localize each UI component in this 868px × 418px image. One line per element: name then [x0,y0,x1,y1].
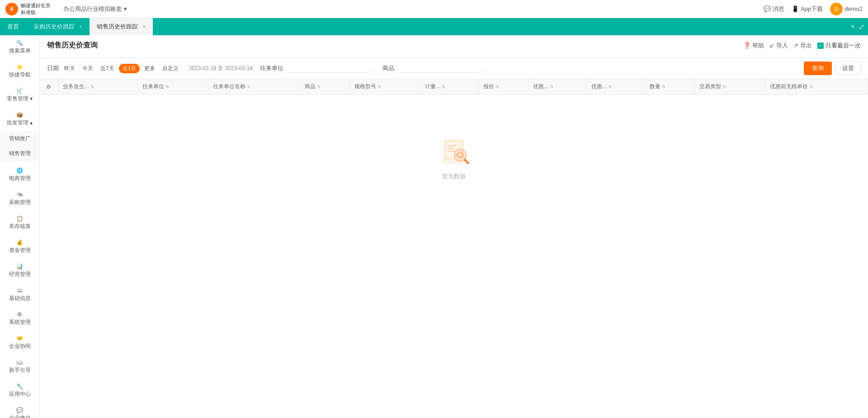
only-last-checkbox[interactable]: 只看最后一次 [817,42,861,50]
th-discount1[interactable]: 优惠...⇅ [528,79,586,95]
tab-bar-right: × ⤢ [851,23,868,31]
logo-area: 6 畅捷通好生意 标准版 [5,2,51,15]
sidebar-item-finance[interactable]: 💰 资金管理 [0,235,39,259]
sidebar-item-wechat[interactable]: 💬 企业微信 [0,403,39,418]
export-label: 导出 [800,42,812,50]
user-name: demo2 [844,5,863,12]
export-button[interactable]: ↗ 导出 [793,42,812,50]
goods-dots-icon[interactable]: ... [481,65,486,72]
logo-line2: 标准版 [21,9,51,15]
tab-home[interactable]: 首页 [0,18,26,35]
sidebar-item-system[interactable]: ⚙ 系统管理 [0,307,39,331]
message-button[interactable]: 💬 消息 [764,5,784,13]
help-button[interactable]: ❓ 帮助 [743,42,764,50]
sidebar-item-operations[interactable]: 📊 经营管理 [0,259,39,283]
source-dots-icon[interactable]: ... [370,65,375,72]
page-actions: ❓ 帮助 ↙ 导入 ↗ 导出 只看最后一次 [743,42,861,50]
sidebar-apps-label: 应用中心 [9,390,31,398]
page-header: 销售历史价查询 ❓ 帮助 ↙ 导入 ↗ 导出 [40,35,868,58]
sidebar-item-guide[interactable]: 📖 新手引导 [0,355,39,379]
window-maximize-button[interactable]: ⤢ [859,23,864,31]
query-button[interactable]: 查询 [804,62,832,75]
guide-icon: 📖 [16,359,23,366]
nav-icon: ⭐ [16,64,23,70]
sidebar-retail-label: 零售管理 ▾ [7,95,33,103]
date-btn-today[interactable]: 今天 [80,64,96,73]
th-gear[interactable]: ⚙ [40,79,58,95]
date-btn-yesterday[interactable]: 昨天 [61,64,78,73]
source-filter-group: 往来单位 ... [260,64,375,73]
page-title: 销售历史价查询 [47,41,98,50]
empty-icon [436,131,472,167]
tab-sales-history[interactable]: 销售历史价跟踪 × [90,18,153,35]
goods-filter-group: 商品 ... [382,64,486,73]
sidebar-item-sales-mgmt[interactable]: 销售管理 [0,146,39,161]
th-pre-tax-price[interactable]: 优惠前无税单价⇅ [765,79,868,95]
goods-input[interactable] [397,64,478,73]
tab1-close-icon[interactable]: × [79,24,82,30]
help-icon: ❓ [743,42,750,49]
sidebar-item-enterprise[interactable]: 🤝 企业协同 [0,331,39,355]
date-btn-more[interactable]: 更多 [142,64,158,73]
app-download-button[interactable]: 📱 App下载 [792,5,823,13]
source-input[interactable] [286,64,368,73]
th-goods[interactable]: 商品⇅ [300,79,350,95]
retail-icon: 🛒 [16,88,23,94]
table-container: ⚙ 业务发生...⇅ 往来单位⇅ 往来单位名称⇅ 商品⇅ 规格型号⇅ 计量...… [40,79,868,418]
svg-rect-8 [448,145,457,146]
home-label: 首页 [7,23,19,31]
purchase-icon: 🛍 [17,191,23,198]
th-discount2[interactable]: 优惠...⇅ [587,79,645,95]
search-icon: 🔍 [16,40,23,46]
th-unit[interactable]: 计量...⇅ [420,79,479,95]
import-label: 导入 [776,42,788,50]
main-layout: 🔍 搜索菜单 ⭐ 快捷导航 🛒 零售管理 ▾ 📦 批发管理 ▴ 营销推广 销售管… [0,35,868,418]
date-btn-1month[interactable]: 近1月 [119,64,140,73]
sidebar-item-base-info[interactable]: 🗂 基础信息 [0,283,39,307]
sidebar-marketing-label: 营销推广 [9,135,31,142]
empty-state: 暂无数据 [40,95,868,217]
sidebar-baseinfo-label: 基础信息 [9,294,31,302]
sidebar-item-ecommerce[interactable]: 🌐 电商管理 [0,163,39,187]
th-biz-date[interactable]: 业务发生...⇅ [58,79,137,95]
th-unit-code[interactable]: 往来单位⇅ [137,79,208,95]
user-area[interactable]: D demo2 [830,3,863,15]
window-close-button[interactable]: × [851,23,855,31]
export-icon: ↗ [793,42,798,49]
th-quote[interactable]: 报价⇅ [479,79,528,95]
tab1-label: 采购历史价跟踪 [33,23,75,31]
sidebar-item-purchase[interactable]: 🛍 采购管理 [0,187,39,211]
logo-icon: 6 [5,3,18,15]
sidebar-sales-mgmt-label: 销售管理 [9,150,31,157]
sidebar-operations-label: 经营管理 [9,271,31,278]
logo-text: 畅捷通好生意 标准版 [21,2,51,15]
sidebar-item-wholesale[interactable]: 📦 批发管理 ▴ [0,107,39,131]
inventory-icon: 📋 [16,215,23,222]
date-btn-custom[interactable]: 自定义 [160,64,181,73]
sidebar-item-search[interactable]: 🔍 搜索菜单 [0,35,39,59]
settings-button[interactable]: 设置 [835,62,861,75]
message-label: 消息 [773,5,784,13]
message-icon: 💬 [764,5,771,12]
th-unit-name[interactable]: 往来单位名称⇅ [208,79,300,95]
app-selector[interactable]: 办公用品行业模拟账套 ▾ [63,5,127,13]
page-title-row: 销售历史价查询 ❓ 帮助 ↙ 导入 ↗ 导出 [47,41,861,50]
sidebar-item-retail[interactable]: 🛒 零售管理 ▾ [0,83,39,107]
sidebar-item-apps[interactable]: 🔧 应用中心 [0,379,39,403]
import-button[interactable]: ↙ 导入 [769,42,788,50]
th-qty[interactable]: 数量⇅ [645,79,695,95]
wholesale-icon: 📦 [16,112,23,118]
date-btn-7days[interactable]: 近7天 [98,64,117,73]
sidebar-item-marketing[interactable]: 营销推广 [0,131,39,146]
tab2-label: 销售历史价跟踪 [97,23,138,31]
content-area: 销售历史价查询 ❓ 帮助 ↙ 导入 ↗ 导出 [40,35,868,418]
sidebar-item-quicknav[interactable]: ⭐ 快捷导航 [0,59,39,83]
tab2-close-icon[interactable]: × [142,24,146,30]
th-trade-type[interactable]: 交易类型⇅ [694,79,765,95]
th-spec[interactable]: 规格型号⇅ [349,79,420,95]
sidebar-item-inventory[interactable]: 📋 库存核算 [0,211,39,235]
wechat-icon: 💬 [16,407,23,413]
tab-purchase-history[interactable]: 采购历史价跟踪 × [26,18,90,35]
date-filter-group: 日期 昨天 今天 近7天 近1月 更多 自定义 [47,64,181,73]
empty-text: 暂无数据 [442,172,466,180]
